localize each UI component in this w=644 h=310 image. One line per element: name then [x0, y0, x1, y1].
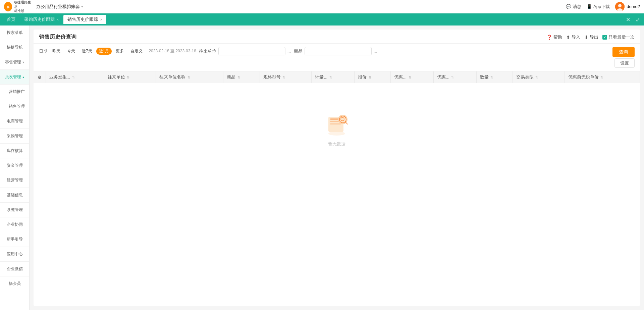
sidebar-item-sales-mgmt[interactable]: 销售管理 [0, 99, 29, 114]
goods-label: 商品 [294, 48, 303, 54]
date-btn-custom[interactable]: 自定义 [128, 48, 145, 55]
basic-info-label: 基础信息 [7, 192, 23, 198]
sidebar-item-inventory[interactable]: 库存核算 [0, 144, 29, 158]
enterprise-label: 企业协同 [7, 222, 23, 227]
sidebar-item-system[interactable]: 系统管理 [0, 203, 29, 217]
goods-input[interactable] [305, 47, 372, 55]
wholesale-arrow-icon: ▴ [22, 75, 24, 79]
tab-sales-history[interactable]: 销售历史价跟踪 × [63, 15, 106, 24]
sidebar-item-retail[interactable]: 零售管理 ▾ [0, 55, 29, 70]
message-btn[interactable]: 💬 消息 [566, 4, 581, 10]
th-partner-name[interactable]: 往来单位名称 ⇅ [156, 71, 223, 83]
date-filter-group: 日期 昨天 今天 近7天 近1月 更多 自定义 2023-02-18 至 202… [39, 48, 196, 55]
th-qty[interactable]: 数量 ⇅ [476, 71, 513, 83]
content-area: 销售历史价查询 ❓ 帮助 ⬆ 导入 ⬇ 导出 ✓ [30, 25, 644, 310]
member-label: 畅会员 [9, 281, 21, 287]
sort-arrows-discount1: ⇅ [409, 75, 411, 79]
empty-icon [323, 110, 350, 137]
sidebar-item-wholesale[interactable]: 批发管理 ▴ [0, 70, 29, 85]
th-unit[interactable]: 计量... ⇅ [312, 71, 355, 83]
purchase-mgmt-label: 采购管理 [7, 133, 23, 139]
th-discount1[interactable]: 优惠... ⇅ [391, 71, 434, 83]
th-discount2[interactable]: 优惠... ⇅ [433, 71, 476, 83]
avatar [615, 2, 625, 11]
tab-bar: 首页 采购历史价跟踪 × 销售历史价跟踪 × ✕ ⤢ [0, 13, 644, 25]
th-biz-date[interactable]: 业务发生... ⇅ [46, 71, 104, 83]
import-btn[interactable]: ⬆ 导入 [566, 34, 580, 40]
sort-arrows-unit: ⇅ [329, 75, 332, 79]
sidebar-item-finance[interactable]: 资金管理 [0, 158, 29, 173]
marketing-label: 营销推广 [9, 89, 25, 95]
app-center-label: 应用中心 [7, 251, 23, 257]
wholesale-label: 批发管理 [5, 74, 21, 80]
th-tax-price[interactable]: 优惠前无税单价 ⇅ [565, 71, 640, 83]
svg-text:畅: 畅 [7, 6, 9, 9]
table-container: ⚙ 业务发生... ⇅ 往来单位 ⇅ 往来单位名称 [34, 71, 640, 306]
export-btn[interactable]: ⬇ 导出 [584, 34, 598, 40]
sidebar-item-basic-info[interactable]: 基础信息 [0, 188, 29, 203]
retail-arrow-icon: ▾ [22, 60, 24, 64]
sort-arrows-qty: ⇅ [490, 75, 493, 79]
sidebar-item-guide[interactable]: 新手引导 [0, 232, 29, 247]
sort-arrows-biz-date: ⇅ [72, 75, 75, 79]
top-bar: 畅 畅捷通好生意 标准版 办公用品行业模拟账套 ▾ 💬 消息 📱 App下载 d… [0, 0, 644, 13]
maximize-btn[interactable]: ⤢ [634, 16, 641, 23]
sidebar-item-member[interactable]: 畅会员 [0, 276, 29, 291]
workspace-selector[interactable]: 办公用品行业模拟账套 ▾ [34, 2, 563, 11]
partner-filter-group: 往来单位 ... [199, 47, 291, 55]
svg-point-5 [328, 132, 345, 136]
date-btn-more[interactable]: 更多 [113, 48, 126, 55]
sidebar-item-ops-mgmt[interactable]: 经营管理 [0, 173, 29, 188]
date-label: 日期 [39, 48, 48, 54]
only-last-checkbox-label[interactable]: ✓ 只看最后一次 [602, 34, 635, 40]
date-btn-7days[interactable]: 近7天 [79, 48, 95, 55]
partner-dots[interactable]: ... [287, 49, 291, 54]
query-button[interactable]: 查询 [612, 47, 635, 57]
empty-text: 暂无数据 [328, 141, 345, 147]
sidebar-item-purchase-mgmt[interactable]: 采购管理 [0, 129, 29, 144]
tab-purchase-history[interactable]: 采购历史价跟踪 × [20, 15, 63, 24]
sort-arrows-discount2: ⇅ [451, 75, 454, 79]
only-last-checkbox[interactable]: ✓ [602, 35, 607, 40]
tab-close-purchase[interactable]: × [57, 18, 59, 21]
guide-label: 新手引导 [7, 237, 23, 242]
th-trade-type[interactable]: 交易类型 ⇅ [513, 71, 565, 83]
sidebar-item-quick-nav[interactable]: 快捷导航 [0, 40, 29, 55]
date-btn-yesterday[interactable]: 昨天 [50, 48, 63, 55]
sales-mgmt-label: 销售管理 [9, 104, 25, 109]
th-goods[interactable]: 商品 ⇅ [223, 71, 260, 83]
goods-dots[interactable]: ... [374, 49, 377, 54]
import-icon: ⬆ [566, 35, 570, 40]
sidebar-item-wechat[interactable]: 企业微信 [0, 262, 29, 276]
sort-arrows-spec: ⇅ [282, 75, 285, 79]
app-download-btn[interactable]: 📱 App下载 [587, 4, 610, 10]
date-btn-1month[interactable]: 近1月 [96, 48, 112, 55]
data-table: ⚙ 业务发生... ⇅ 往来单位 ⇅ 往来单位名称 [34, 71, 640, 83]
settings-button[interactable]: 设置 [614, 58, 635, 68]
filter-right: 查询 设置 [612, 47, 635, 68]
export-icon: ⬇ [584, 35, 588, 40]
sidebar-item-enterprise[interactable]: 企业协同 [0, 217, 29, 232]
username: demo2 [627, 4, 640, 9]
close-tab-btn[interactable]: ✕ [625, 16, 632, 23]
tab-home[interactable]: 首页 [3, 15, 19, 24]
sidebar-item-marketing[interactable]: 营销推广 [0, 85, 29, 99]
th-quote[interactable]: 报价 ⇅ [355, 71, 391, 83]
th-spec[interactable]: 规格型号 ⇅ [260, 71, 312, 83]
user-area[interactable]: demo2 [615, 2, 640, 11]
sort-arrows-goods: ⇅ [237, 75, 240, 79]
sidebar-item-search-menu[interactable]: 搜索菜单 [0, 25, 29, 40]
th-settings[interactable]: ⚙ [34, 71, 46, 83]
partner-input[interactable] [218, 47, 285, 55]
svg-rect-8 [330, 121, 339, 122]
th-partner-code[interactable]: 往来单位 ⇅ [104, 71, 156, 83]
tab-close-sales[interactable]: × [100, 18, 102, 21]
sidebar-item-app-center[interactable]: 应用中心 [0, 247, 29, 262]
ops-mgmt-label: 经营管理 [7, 177, 23, 183]
date-btn-today[interactable]: 今天 [64, 48, 78, 55]
logo-text: 畅捷通好生意 标准版 [14, 0, 31, 13]
help-btn[interactable]: ❓ 帮助 [546, 34, 562, 40]
goods-filter-group: 商品 ... [294, 47, 377, 55]
tab-bar-actions: ✕ ⤢ [625, 16, 641, 23]
sidebar-item-ecommerce[interactable]: 电商管理 [0, 114, 29, 129]
